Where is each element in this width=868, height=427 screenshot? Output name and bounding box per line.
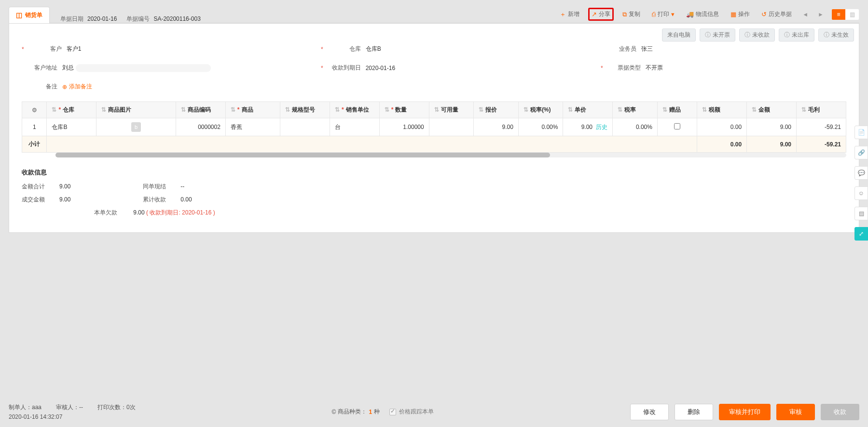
col-spec[interactable]: ⇅规格型号 [280, 102, 330, 118]
field-customer[interactable]: *客户 客户1 [22, 45, 321, 53]
share-button[interactable]: ↗分享 [588, 8, 614, 21]
table-header: ⚙ ⇅*仓库 ⇅商品图片 ⇅商品编码 ⇅*商品 ⇅规格型号 ⇅*销售单位 ⇅*数… [22, 102, 846, 118]
address-masked [76, 64, 211, 72]
cell-profit: -59.21 [797, 118, 846, 136]
history-icon: ↺ [761, 11, 767, 18]
history-link[interactable]: 历史 [596, 124, 607, 130]
cell-rate[interactable]: 0.00% [613, 118, 658, 136]
gift-checkbox[interactable] [674, 123, 680, 129]
same-bill-settle: 同单现结-- [143, 183, 184, 191]
cell-unit[interactable]: 台 [330, 118, 379, 136]
view-list[interactable]: ≡ [832, 9, 845, 20]
cell-tax: 0.00 [697, 118, 747, 136]
footer-meta: 制单人：aaa 审核人：-- 打印次数：0次 2020-01-16 14:32:… [9, 403, 136, 420]
subtotal-row: 小计 0.00 9.00 -59.21 [22, 136, 846, 153]
horizontal-scrollbar[interactable] [22, 152, 846, 158]
field-due-date[interactable]: *收款到期日 2020-01-16 [321, 64, 601, 72]
cell-gift[interactable] [657, 118, 697, 136]
share-icon: ↗ [592, 11, 597, 18]
doc-no: 单据编号SA-20200116-003 [126, 15, 200, 23]
table-row[interactable]: 1 仓库B b 0000002 香蕉 台 1.00000 9.00 0.00% … [22, 118, 846, 136]
rail-user-icon[interactable]: ☺ [854, 186, 868, 200]
col-quote[interactable]: ⇅报价 [474, 102, 519, 118]
field-invoice-type[interactable]: *票据类型 不开票 [601, 64, 842, 72]
rail-attach-icon[interactable]: 🔗 [854, 146, 868, 159]
cell-amount: 9.00 [747, 118, 797, 136]
history-button[interactable]: ↺历史单据 [758, 8, 795, 20]
audit-button[interactable]: 审核 [776, 404, 815, 420]
actions-button[interactable]: ▦操作 [728, 8, 753, 20]
sales-order-icon: ◫ [16, 11, 22, 19]
payment-section-title: 收款信息 [22, 168, 846, 177]
info-icon: ⓘ [744, 31, 750, 39]
col-product[interactable]: ⇅*商品 [225, 102, 280, 118]
cell-quote[interactable]: 9.00 [474, 118, 519, 136]
field-customer-address[interactable]: 客户地址 刘总 [22, 64, 321, 72]
items-table: ⚙ ⇅*仓库 ⇅商品图片 ⇅商品编码 ⇅*商品 ⇅规格型号 ⇅*销售单位 ⇅*数… [22, 101, 846, 158]
cell-available[interactable] [429, 118, 474, 136]
rail-note-icon[interactable]: 📄 [854, 126, 868, 139]
chip-unexported[interactable]: ⓘ未出库 [779, 28, 814, 42]
doc-date: 单据日期2020-01-16 [60, 15, 117, 23]
col-unit[interactable]: ⇅*销售单位 [330, 102, 379, 118]
chevron-down-icon: ▾ [671, 11, 675, 18]
col-rate-pct[interactable]: ⇅税率(%) [518, 102, 563, 118]
field-salesman[interactable]: 业务员 张三 [601, 45, 842, 53]
tab-title: 销货单 [25, 11, 42, 19]
info-icon: ⓘ [824, 31, 829, 39]
rail-expand-icon[interactable]: ⤢ [854, 227, 868, 241]
cell-product[interactable]: 香蕉 [225, 118, 280, 136]
info-icon: ⓘ [784, 31, 790, 39]
col-tax[interactable]: ⇅税额 [697, 102, 747, 118]
grid-icon: ▦ [730, 11, 736, 18]
gear-icon[interactable]: ⚙ [32, 107, 37, 114]
tab-sales-order[interactable]: ◫ 销货单 [9, 7, 50, 23]
view-toggle: ≡ ▥ [831, 9, 859, 20]
copy-icon: ⧉ [622, 11, 627, 18]
print-button[interactable]: ⎙打印▾ [649, 8, 677, 20]
accumulated-receipt: 累计收款0.00 [143, 196, 192, 204]
next-button[interactable]: ► [816, 11, 826, 18]
info-icon: ⓘ [705, 31, 711, 39]
col-profit[interactable]: ⇅毛利 [797, 102, 846, 118]
new-button[interactable]: ＋新增 [557, 8, 582, 21]
col-price[interactable]: ⇅单价 [563, 102, 613, 118]
cell-code[interactable]: 0000002 [176, 118, 225, 136]
rail-message-icon[interactable]: 💬 [854, 166, 868, 180]
cell-warehouse[interactable]: 仓库B [47, 118, 96, 136]
field-remark: 备注 ⊕ 添加备注 [22, 83, 321, 91]
copy-button[interactable]: ⧉复制 [620, 8, 643, 20]
chip-inactive[interactable]: ⓘ未生效 [818, 28, 854, 42]
cell-qty[interactable]: 1.00000 [379, 118, 429, 136]
col-image[interactable]: ⇅商品图片 [96, 102, 176, 118]
sku-count: © 商品种类： 1 种 [332, 408, 380, 416]
col-qty[interactable]: ⇅*数量 [379, 102, 429, 118]
plus-icon: ＋ [560, 10, 566, 19]
cell-image[interactable]: b [96, 118, 176, 136]
add-remark-button[interactable]: ⊕ 添加备注 [62, 83, 92, 91]
chip-uninvoiced[interactable]: ⓘ未开票 [700, 28, 735, 42]
copyright-icon: © [332, 409, 336, 415]
rail-layers-icon[interactable]: ▤ [854, 207, 868, 220]
col-amount[interactable]: ⇅金额 [747, 102, 797, 118]
col-gift[interactable]: ⇅赠品 [657, 102, 697, 118]
chip-unpaid[interactable]: ⓘ未收款 [739, 28, 775, 42]
logistics-button[interactable]: 🚚物流信息 [683, 8, 722, 20]
image-placeholder-icon: b [131, 122, 141, 132]
field-warehouse[interactable]: *仓库 仓库B [321, 45, 601, 53]
audit-print-button[interactable]: 审核并打印 [719, 404, 771, 420]
cell-rate-pct[interactable]: 0.00% [518, 118, 563, 136]
col-code[interactable]: ⇅商品编码 [176, 102, 225, 118]
col-rate[interactable]: ⇅税率 [613, 102, 658, 118]
truck-icon: 🚚 [686, 11, 694, 18]
col-warehouse[interactable]: ⇅*仓库 [47, 102, 96, 118]
cell-spec[interactable] [280, 118, 330, 136]
view-card[interactable]: ▥ [845, 9, 859, 20]
delete-button[interactable]: 删除 [675, 404, 713, 420]
footer-timestamp: 2020-01-16 14:32:07 [9, 413, 136, 420]
col-available[interactable]: ⇅可用量 [429, 102, 474, 118]
cell-price[interactable]: 9.00 历史 [563, 118, 613, 136]
edit-button[interactable]: 修改 [630, 404, 669, 420]
price-follow-checkbox[interactable]: 价格跟踪本单 [389, 408, 434, 416]
prev-button[interactable]: ◄ [800, 11, 810, 18]
